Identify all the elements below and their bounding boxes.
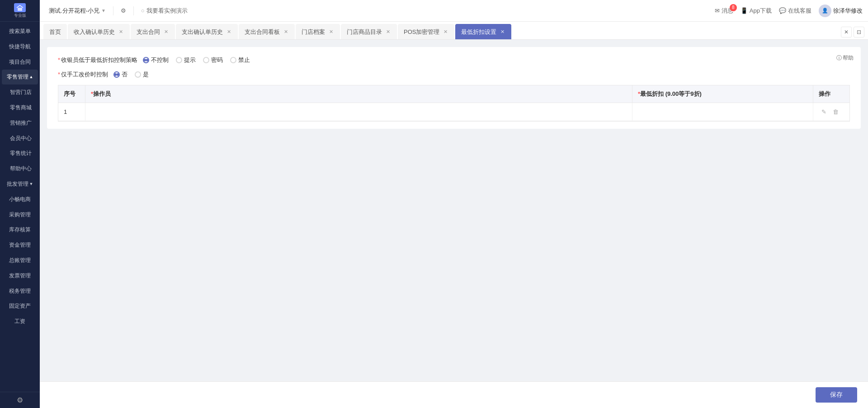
sidebar-item-project[interactable]: 项目合同 <box>2 55 38 70</box>
service-label: 在线客服 <box>788 7 811 15</box>
form-row-2: *仅手工改价时控制 否 是 <box>58 70 850 79</box>
tab-pos-security-label: POS加密管理 <box>404 28 439 36</box>
sidebar-item-label: 总账管理 <box>9 257 31 264</box>
tab-min-discount-close[interactable]: ✕ <box>499 29 505 35</box>
settings-icon[interactable]: ⚙ <box>17 396 23 404</box>
sidebar-item-label: 资金管理 <box>9 241 31 249</box>
save-button[interactable]: 保存 <box>816 387 857 403</box>
avatar-icon: 👤 <box>822 8 828 14</box>
project-name: 测试.分开花程-小兄 <box>49 7 99 15</box>
sidebar-item-label: 搜索菜单 <box>9 28 31 35</box>
arrow-down-icon: ▼ <box>29 181 33 187</box>
sidebar-item-purchase[interactable]: 采购管理 <box>2 207 38 222</box>
arrow-up-icon: ▲ <box>29 74 33 80</box>
tab-min-discount-label: 最低折扣设置 <box>461 28 496 36</box>
radio-hint-label: 提示 <box>184 56 196 64</box>
topbar-settings-button[interactable]: ⚙ <box>117 5 130 17</box>
th-seq: 序号 <box>58 85 85 103</box>
demo-label: 我要看实例演示 <box>146 7 188 15</box>
logo-icon <box>14 3 26 12</box>
help-circle-icon: ⓘ <box>836 54 842 62</box>
tab-payment-contract[interactable]: 支出合同 ✕ <box>131 24 175 39</box>
sidebar-item-label: 工资 <box>14 318 25 325</box>
tab-payment-history-close[interactable]: ✕ <box>226 29 232 35</box>
demo-icon: ○ <box>141 7 145 14</box>
sidebar-menu: 搜索菜单 快捷导航 项目合同 零售管理 ▲ 智营门店 零售商城 营销推广 会员中… <box>0 22 40 392</box>
operator-input[interactable] <box>91 108 627 115</box>
sidebar-item-smartstore[interactable]: 智营门店 <box>2 85 38 100</box>
demo-link[interactable]: ○ 我要看实例演示 <box>137 5 191 17</box>
row-seq: 1 <box>64 108 67 115</box>
sidebar-item-fixed[interactable]: 固定资产 <box>2 299 38 314</box>
sidebar-item-label: 小畅电商 <box>9 196 31 203</box>
svg-rect-0 <box>18 8 22 11</box>
tab-pos-security[interactable]: POS加密管理 ✕ <box>398 24 454 39</box>
sidebar-item-marketing[interactable]: 营销推广 <box>2 116 38 131</box>
sidebar-item-label: 智营门店 <box>10 89 32 96</box>
tab-expand-button[interactable]: ⊡ <box>854 27 864 38</box>
tab-payment-board[interactable]: 支出合同看板 ✕ <box>239 24 295 39</box>
page-footer: 保存 <box>40 381 868 408</box>
customer-service-button[interactable]: 💬 在线客服 <box>779 7 811 15</box>
radio-no-circle <box>113 71 120 78</box>
radio-no-control-label: 不控制 <box>151 56 169 64</box>
sidebar-item-quicknav[interactable]: 快捷导航 <box>2 39 38 54</box>
tab-income-history-label: 收入确认单历史 <box>74 28 115 36</box>
radio-no[interactable]: 否 <box>113 70 127 79</box>
tab-store-archive[interactable]: 门店档案 ✕ <box>296 24 340 39</box>
sidebar-item-help[interactable]: 帮助中心 <box>2 161 38 176</box>
message-icon: ✉ <box>715 7 720 14</box>
td-seq: 1 <box>58 103 85 121</box>
user-menu[interactable]: 👤 徐泽华修改 <box>819 5 863 17</box>
tab-store-catalog-close[interactable]: ✕ <box>385 29 391 35</box>
help-label: 帮助 <box>843 54 854 62</box>
form-card: ⓘ 帮助 *收银员低于最低折扣控制策略 不控制 提示 <box>47 47 861 129</box>
td-actions: ✎ 🗑 <box>813 103 849 121</box>
topbar: 测试.分开花程-小兄 ▼ ⚙ ○ 我要看实例演示 ✉ 消息 8 📱 App下载 … <box>40 0 868 22</box>
sidebar-item-retailmall[interactable]: 零售商城 <box>2 100 38 115</box>
tab-payment-board-close[interactable]: ✕ <box>283 29 289 35</box>
sidebar-item-label: 帮助中心 <box>10 165 32 173</box>
td-min-discount[interactable] <box>632 103 813 121</box>
td-operator[interactable] <box>85 103 632 121</box>
min-discount-input[interactable] <box>638 108 807 115</box>
sidebar-item-ledger[interactable]: 总账管理 <box>2 253 38 268</box>
main: 测试.分开花程-小兄 ▼ ⚙ ○ 我要看实例演示 ✉ 消息 8 📱 App下载 … <box>40 0 868 408</box>
tab-pos-security-close[interactable]: ✕ <box>442 29 448 35</box>
tab-payment-history[interactable]: 支出确认单历史 ✕ <box>176 24 238 39</box>
field2-label: *仅手工改价时控制 <box>58 70 108 79</box>
tab-income-history-close[interactable]: ✕ <box>118 29 124 35</box>
tab-store-archive-close[interactable]: ✕ <box>328 29 334 35</box>
radio-no-control[interactable]: 不控制 <box>143 56 169 64</box>
messages-button[interactable]: ✉ 消息 8 <box>715 7 733 15</box>
tab-min-discount[interactable]: 最低折扣设置 ✕ <box>455 24 511 39</box>
delete-row-button[interactable]: 🗑 <box>830 107 840 117</box>
sidebar-item-search[interactable]: 搜索菜单 <box>2 24 38 39</box>
app-download-button[interactable]: 📱 App下载 <box>741 7 772 15</box>
sidebar-item-retailstat[interactable]: 零售统计 <box>2 146 38 161</box>
sidebar-item-finance[interactable]: 资金管理 <box>2 238 38 253</box>
table-body: 1 ✎ 🗑 <box>58 103 850 122</box>
project-selector[interactable]: 测试.分开花程-小兄 ▼ <box>45 5 109 17</box>
sidebar-item-wage[interactable]: 工资 <box>2 314 38 329</box>
sidebar-item-wholesale[interactable]: 批发管理 ▼ <box>2 177 38 192</box>
radio-ban[interactable]: 禁止 <box>230 56 250 64</box>
tab-income-history[interactable]: 收入确认单历史 ✕ <box>68 24 130 39</box>
tab-home[interactable]: 首页 <box>43 24 67 39</box>
tab-close-all-button[interactable]: ✕ <box>841 27 852 38</box>
edit-row-button[interactable]: ✎ <box>819 107 829 117</box>
tab-payment-contract-close[interactable]: ✕ <box>163 29 169 35</box>
sidebar-item-inventory[interactable]: 库存核算 <box>2 222 38 237</box>
sidebar-item-tax[interactable]: 税务管理 <box>2 284 38 299</box>
tab-store-catalog[interactable]: 门店商品目录 ✕ <box>341 24 397 39</box>
sidebar-item-ecom[interactable]: 小畅电商 <box>2 192 38 207</box>
sidebar-item-member[interactable]: 会员中心 <box>2 131 38 146</box>
help-button[interactable]: ⓘ 帮助 <box>836 54 854 62</box>
sidebar-item-invoice[interactable]: 发票管理 <box>2 268 38 283</box>
sidebar-item-retail[interactable]: 零售管理 ▲ <box>2 70 38 84</box>
radio-hint-circle <box>176 57 182 63</box>
radio-hint[interactable]: 提示 <box>176 56 196 64</box>
sidebar-item-label: 税务管理 <box>9 287 31 295</box>
radio-yes[interactable]: 是 <box>135 70 149 79</box>
radio-password[interactable]: 密码 <box>203 56 223 64</box>
